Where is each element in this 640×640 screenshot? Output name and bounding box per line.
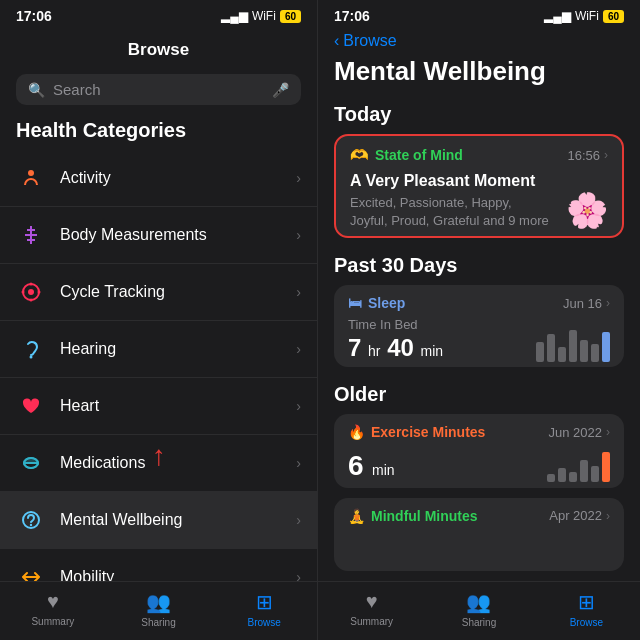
right-panel: 17:06 ▂▄▆ WiFi 60 ‹ Browse Mental Wellbe… (318, 0, 640, 640)
wifi-icon: WiFi (252, 9, 276, 23)
exercise-date: Jun 2022 (549, 425, 603, 440)
nav-browse-right[interactable]: ⊞ Browse (533, 590, 640, 628)
category-item-heart[interactable]: Heart› (0, 378, 317, 435)
exercise-unit: min (372, 462, 395, 478)
category-item-activity[interactable]: Activity› (0, 150, 317, 207)
mobility-chevron: › (296, 569, 301, 581)
ex-bar-4 (580, 460, 588, 482)
nav-sharing-left[interactable]: 👥 Sharing (106, 590, 212, 628)
nav-sharing-right[interactable]: 👥 Sharing (425, 590, 532, 628)
body-measurements-label: Body Measurements (60, 226, 296, 244)
bar-4 (569, 330, 577, 362)
summary-icon: ♥ (47, 590, 59, 613)
sleep-card[interactable]: 🛏 Sleep Jun 16 › Time In Bed 7 hr 40 min (334, 285, 624, 367)
state-of-mind-label: 🫶 State of Mind (350, 146, 463, 164)
browse-icon-left: ⊞ (256, 590, 273, 614)
bottom-nav-right: ♥ Summary 👥 Sharing ⊞ Browse (318, 581, 640, 640)
exercise-bar-chart (547, 446, 610, 482)
nav-summary-left[interactable]: ♥ Summary (0, 590, 106, 628)
hearing-icon (16, 334, 46, 364)
summary-icon-right: ♥ (366, 590, 378, 613)
heart-chevron: › (296, 398, 301, 414)
card-main-title: A Very Pleasant Moment (350, 172, 608, 190)
mindful-body (334, 528, 624, 571)
battery-icon-right: 60 (603, 10, 624, 23)
category-item-mental-wellbeing[interactable]: Mental Wellbeing› (0, 492, 317, 549)
card-time-container: 16:56 › (567, 148, 608, 163)
battery-icon: 60 (280, 10, 301, 23)
category-item-cycle-tracking[interactable]: Cycle Tracking› (0, 264, 317, 321)
category-item-medications[interactable]: Medications› (0, 435, 317, 492)
card-body-som: A Very Pleasant Moment Excited, Passiona… (336, 168, 622, 238)
activity-chevron: › (296, 170, 301, 186)
sleep-min-unit: min (421, 343, 444, 359)
body-measurements-icon (16, 220, 46, 250)
back-button[interactable]: ‹ Browse (318, 28, 640, 54)
sleep-date-container: Jun 16 › (563, 296, 610, 311)
nav-browse-label-right: Browse (570, 617, 603, 628)
state-of-mind-chevron: › (604, 148, 608, 162)
medications-label: Medications (60, 454, 296, 472)
search-icon: 🔍 (28, 82, 45, 98)
mindful-icon: 🧘 (348, 508, 365, 524)
mic-icon[interactable]: 🎤 (272, 82, 289, 98)
status-bar-right: 17:06 ▂▄▆ WiFi 60 (318, 0, 640, 28)
mindful-chevron: › (606, 509, 610, 523)
sleep-time-info: Time In Bed 7 hr 40 min (348, 317, 443, 362)
panel-title: Browse (128, 40, 189, 59)
status-time-left: 17:06 (16, 8, 52, 24)
nav-browse-left[interactable]: ⊞ Browse (211, 590, 317, 628)
sharing-icon: 👥 (146, 590, 171, 614)
hearing-chevron: › (296, 341, 301, 357)
exercise-body: 6 min (334, 444, 624, 487)
category-item-body-measurements[interactable]: Body Measurements› (0, 207, 317, 264)
signal-icon-right: ▂▄▆ (544, 9, 571, 23)
mindful-label: 🧘 Mindful Minutes (348, 508, 478, 524)
mindful-card[interactable]: 🧘 Mindful Minutes Apr 2022 › (334, 498, 624, 571)
card-header-som: 🫶 State of Mind 16:56 › (336, 136, 622, 168)
sleep-icon: 🛏 (348, 295, 362, 311)
exercise-value: 6 (348, 450, 364, 481)
ex-bar-6 (602, 452, 610, 482)
cycle-tracking-icon (16, 277, 46, 307)
sleep-date: Jun 16 (563, 296, 602, 311)
exercise-icon: 🔥 (348, 424, 365, 440)
bar-2 (547, 334, 555, 362)
exercise-date-container: Jun 2022 › (549, 425, 611, 440)
nav-sharing-label: Sharing (141, 617, 175, 628)
svg-point-7 (30, 283, 33, 286)
medications-chevron: › (296, 455, 301, 471)
svg-point-8 (30, 299, 33, 302)
state-of-mind-card[interactable]: 🫶 State of Mind 16:56 › A Very Pleasant … (334, 134, 624, 238)
exercise-label: 🔥 Exercise Minutes (348, 424, 485, 440)
today-heading: Today (318, 97, 640, 134)
exercise-card[interactable]: 🔥 Exercise Minutes Jun 2022 › 6 min (334, 414, 624, 487)
sleep-time-value: 7 hr 40 min (348, 334, 443, 362)
medications-icon (16, 448, 46, 478)
card-emoji: 🌸 (566, 190, 608, 230)
status-time-right: 17:06 (334, 8, 370, 24)
nav-summary-label-right: Summary (350, 616, 393, 627)
svg-point-6 (28, 289, 34, 295)
svg-point-10 (38, 291, 41, 294)
bar-6 (591, 344, 599, 362)
sleep-chevron: › (606, 296, 610, 310)
mental-wellbeing-icon (16, 505, 46, 535)
mobility-label: Mobility (60, 568, 296, 581)
nav-browse-label-left: Browse (248, 617, 281, 628)
back-chevron-icon: ‹ (334, 32, 339, 50)
category-item-hearing[interactable]: Hearing› (0, 321, 317, 378)
search-input[interactable]: Search (53, 81, 264, 98)
health-categories-label: Health Categories (0, 115, 317, 150)
category-item-mobility[interactable]: Mobility› (0, 549, 317, 581)
ex-bar-2 (558, 468, 566, 482)
sleep-hr-unit: hr (368, 343, 380, 359)
search-bar[interactable]: 🔍 Search 🎤 (16, 74, 301, 105)
past30-heading: Past 30 Days (318, 248, 640, 285)
svg-point-11 (30, 356, 33, 359)
nav-summary-right[interactable]: ♥ Summary (318, 590, 425, 628)
heart-icon (16, 391, 46, 421)
ex-bar-1 (547, 474, 555, 482)
bar-7 (602, 332, 610, 362)
nav-sharing-label-right: Sharing (462, 617, 496, 628)
